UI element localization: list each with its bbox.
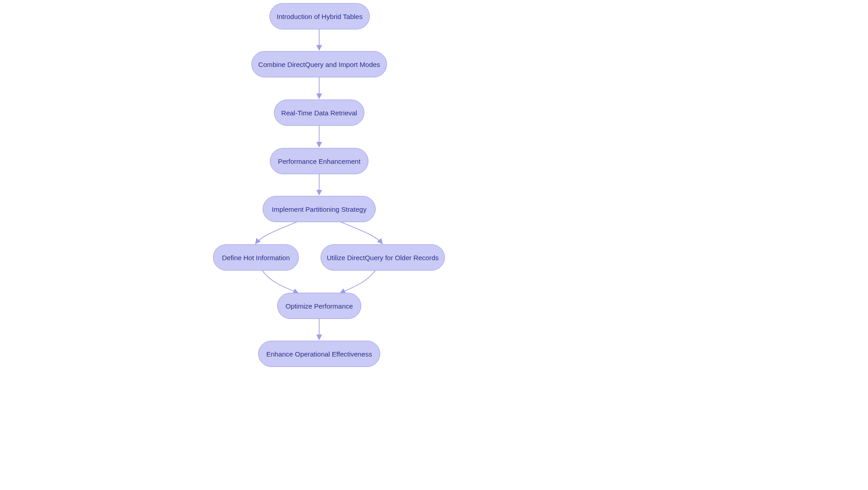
node-label: Performance Enhancement: [278, 157, 361, 165]
node-performance-enhancement: Performance Enhancement: [270, 148, 368, 174]
node-label: Enhance Operational Effectiveness: [266, 350, 372, 358]
node-enhance-operational-effectiveness: Enhance Operational Effectiveness: [258, 341, 380, 367]
node-real-time-data: Real-Time Data Retrieval: [274, 100, 364, 126]
node-introduction-hybrid-tables: Introduction of Hybrid Tables: [269, 3, 370, 29]
node-label: Optimize Performance: [285, 302, 353, 310]
node-label: Introduction of Hybrid Tables: [277, 13, 363, 20]
node-combine-modes: Combine DirectQuery and Import Modes: [251, 51, 387, 77]
node-directquery-older-records: Utilize DirectQuery for Older Records: [321, 244, 445, 271]
node-label: Combine DirectQuery and Import Modes: [258, 61, 380, 68]
flowchart-canvas: Introduction of Hybrid Tables Combine Di…: [0, 0, 868, 490]
node-label: Real-Time Data Retrieval: [281, 109, 357, 117]
node-label: Define Hot Information: [222, 254, 290, 262]
edge-n5-n7: [339, 221, 382, 244]
edge-n7-n8: [340, 271, 375, 293]
node-label: Utilize DirectQuery for Older Records: [327, 254, 439, 262]
node-define-hot-info: Define Hot Information: [213, 244, 299, 271]
node-implement-partitioning: Implement Partitioning Strategy: [263, 196, 376, 222]
edge-n6-n8: [262, 271, 298, 293]
node-label: Implement Partitioning Strategy: [272, 205, 366, 213]
edge-n5-n6: [255, 221, 298, 244]
node-optimize-performance: Optimize Performance: [277, 293, 361, 319]
